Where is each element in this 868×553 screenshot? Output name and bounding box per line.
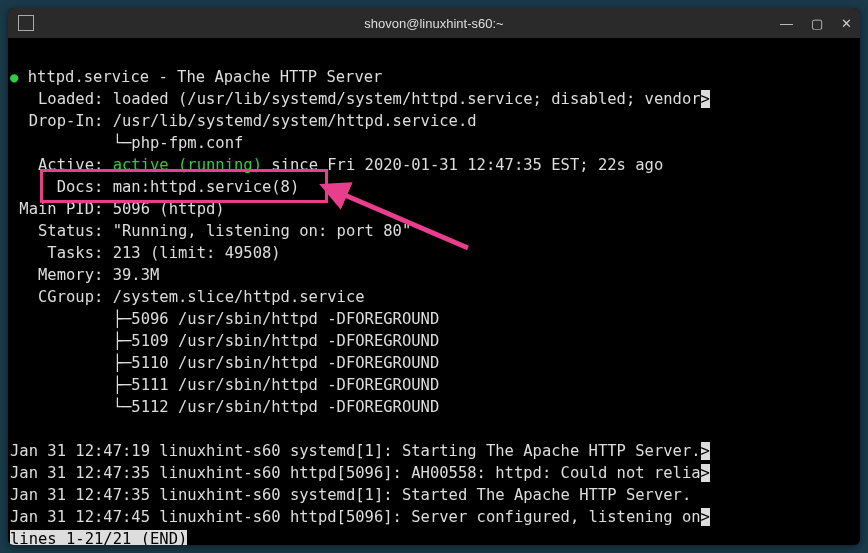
memory-line: Memory: 39.3M — [10, 266, 159, 284]
minimize-button[interactable]: — — [780, 16, 793, 31]
maximize-button[interactable]: ▢ — [811, 16, 823, 31]
cgroup-line: CGroup: /system.slice/httpd.service — [10, 288, 365, 306]
terminal-window: shovon@linuxhint-s60:~ — ▢ ✕ ● httpd.ser… — [8, 8, 860, 545]
terminal-output[interactable]: ● httpd.service - The Apache HTTP Server… — [8, 38, 860, 545]
active-label: Active: — [10, 156, 113, 174]
titlebar[interactable]: shovon@linuxhint-s60:~ — ▢ ✕ — [8, 8, 860, 38]
dropin-file: └─php-fpm.conf — [10, 134, 243, 152]
cgroup-process-5: └─5112 /usr/sbin/httpd -DFOREGROUND — [10, 398, 439, 416]
cgroup-process-2: ├─5109 /usr/sbin/httpd -DFOREGROUND — [10, 332, 439, 350]
pager-status: lines 1-21/21 (END) — [10, 530, 187, 545]
loaded-value: loaded (/usr/lib/systemd/system/httpd.se… — [113, 90, 701, 108]
window-title: shovon@linuxhint-s60:~ — [364, 16, 503, 31]
line-truncation-indicator: > — [701, 90, 710, 108]
log-line-1: Jan 31 12:47:19 linuxhint-s60 systemd[1]… — [10, 442, 701, 460]
loaded-label: Loaded: — [10, 90, 113, 108]
mainpid-line: Main PID: 5096 (httpd) — [10, 200, 225, 218]
cgroup-process-4: ├─5111 /usr/sbin/httpd -DFOREGROUND — [10, 376, 439, 394]
terminal-app-icon — [18, 15, 34, 31]
close-button[interactable]: ✕ — [841, 16, 852, 31]
line-truncation-indicator: > — [701, 442, 710, 460]
service-description: The Apache HTTP Server — [177, 68, 382, 86]
log-line-4: Jan 31 12:47:45 linuxhint-s60 httpd[5096… — [10, 508, 701, 526]
active-since: since Fri 2020-01-31 12:47:35 EST; 22s a… — [262, 156, 663, 174]
tasks-line: Tasks: 213 (limit: 49508) — [10, 244, 281, 262]
status-bullet-icon: ● — [10, 69, 18, 85]
dropin-label: Drop-In: — [10, 112, 113, 130]
log-line-2: Jan 31 12:47:35 linuxhint-s60 httpd[5096… — [10, 464, 701, 482]
line-truncation-indicator: > — [701, 464, 710, 482]
dropin-value: /usr/lib/systemd/system/httpd.service.d — [113, 112, 477, 130]
status-line: Status: "Running, listening on: port 80" — [10, 222, 411, 240]
docs-line: Docs: man:httpd.service(8) — [10, 178, 299, 196]
log-line-3: Jan 31 12:47:35 linuxhint-s60 systemd[1]… — [10, 486, 691, 504]
service-name: httpd.service - — [28, 68, 177, 86]
window-controls: — ▢ ✕ — [780, 16, 852, 31]
active-status-value: active (running) — [113, 156, 262, 174]
cgroup-process-3: ├─5110 /usr/sbin/httpd -DFOREGROUND — [10, 354, 439, 372]
cgroup-process-1: ├─5096 /usr/sbin/httpd -DFOREGROUND — [10, 310, 439, 328]
line-truncation-indicator: > — [701, 508, 710, 526]
